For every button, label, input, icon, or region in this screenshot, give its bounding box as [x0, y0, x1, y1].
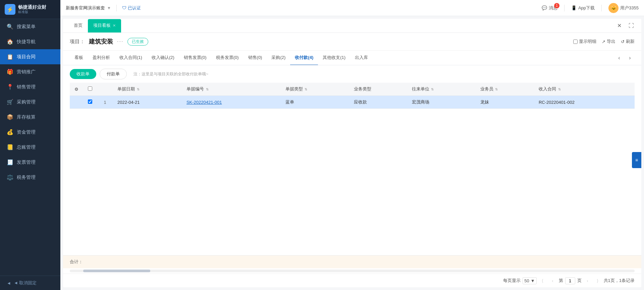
more-options-button[interactable]: ··· — [117, 39, 123, 45]
refresh-button[interactable]: ↺ 刷新 — [621, 39, 635, 45]
show-detail-input[interactable] — [573, 40, 578, 44]
app-download-button[interactable]: 📱 App下载 — [571, 5, 595, 11]
account-name: 新服务官网演示账套 — [66, 5, 105, 11]
sub-tab-receivepay[interactable]: 收付款(4) — [290, 51, 318, 65]
last-page-button[interactable]: ⟩ — [594, 277, 602, 285]
payment-tab-button[interactable]: 付款单 — [100, 69, 127, 79]
table-container: ⚙ 单据日期 ⇅ 单据编号 — [63, 83, 641, 255]
row-checkbox-cell[interactable] — [83, 96, 97, 109]
total-info: 共1页，1条记录 — [604, 278, 635, 284]
index-column-header — [97, 83, 113, 96]
home-icon: 🏠 — [7, 39, 13, 45]
status-badge: 已生效 — [127, 38, 148, 46]
sub-tab-purchase[interactable]: 采购(2) — [267, 51, 290, 65]
maximize-window-button[interactable]: ⛶ — [627, 21, 636, 30]
sidebar-item-label: 采购管理 — [17, 99, 36, 105]
sidebar-item-invoice[interactable]: 🧾 发票管理 — [0, 155, 60, 170]
tab-project-board[interactable]: 项目看板 ✕ — [88, 19, 121, 32]
avatar: 🐱 — [608, 3, 619, 13]
sub-tab-sales[interactable]: 销售(0) — [244, 51, 267, 65]
sub-tabs-next-button[interactable]: › — [625, 53, 635, 63]
export-icon: ↗ — [602, 39, 605, 44]
partner-sort-icon: ⇅ — [431, 87, 434, 91]
number-column-header[interactable]: 单据编号 ⇅ — [182, 83, 281, 96]
sidebar-item-inventory[interactable]: 📦 库存核算 — [0, 110, 60, 125]
app-download-label: App下载 — [578, 5, 595, 11]
sub-tab-income-contract[interactable]: 收入合同(1) — [115, 51, 147, 65]
username: 用户3355 — [620, 5, 639, 11]
row-checkbox[interactable] — [88, 99, 92, 104]
sidebar-item-ledger[interactable]: 📒 总账管理 — [0, 140, 60, 155]
sub-tab-sales-invoice[interactable]: 销售发票(0) — [179, 51, 211, 65]
sidebar-item-marketing[interactable]: 🎁 营销推广 — [0, 64, 60, 79]
row-salesperson: 龙妹 — [476, 96, 535, 109]
checkbox-column-header — [83, 83, 97, 96]
logo-icon: ⚡ — [5, 4, 15, 15]
first-page-button[interactable]: ⟨ — [539, 277, 547, 285]
sidebar-item-tax[interactable]: ⚖️ 税务管理 — [0, 170, 60, 185]
row-index: 1 — [97, 96, 113, 109]
row-number[interactable]: SK-20220421-001 — [182, 96, 281, 109]
sidebar-unpin-button[interactable]: ◄ ◄ 取消固定 — [0, 276, 60, 290]
filter-bar: 收款单 付款单 注：这里是与项目关联的全部收付款单哦~ — [63, 65, 641, 83]
salesperson-column-header[interactable]: 业务员 ⇅ — [476, 83, 535, 96]
date-sort-icon: ⇅ — [137, 87, 140, 91]
income-contract-column-header[interactable]: 收入合同 ⇅ — [535, 83, 635, 96]
sales-icon: 📍 — [7, 84, 13, 90]
sidebar-logo: ⚡ 畅捷通好业财 标准版 — [0, 0, 60, 19]
user-menu[interactable]: 🐱 用户3355 — [608, 3, 639, 13]
close-window-button[interactable]: ✕ — [614, 21, 624, 30]
scrollbar-thumb[interactable] — [83, 270, 150, 272]
message-button[interactable]: 💬 消息 1 — [542, 5, 557, 11]
sub-tabs-prev-button[interactable]: ‹ — [614, 53, 624, 63]
settings-column-header[interactable]: ⚙ — [70, 83, 83, 96]
page-size-select[interactable]: 50 ▼ — [523, 277, 536, 284]
show-detail-checkbox[interactable]: 显示明细 — [573, 39, 596, 45]
page-size-label: 每页显示 — [503, 278, 521, 284]
type-column-header[interactable]: 单据类型 ⇅ — [281, 83, 350, 96]
side-float-button[interactable]: ≡ — [632, 152, 641, 168]
sub-tab-other-income[interactable]: 其他收支(1) — [318, 51, 350, 65]
prev-page-button[interactable]: ‹ — [549, 277, 557, 285]
sub-tab-kanban[interactable]: 看板 — [70, 51, 88, 65]
type-sort-icon: ⇅ — [305, 87, 307, 91]
row-partner: 宏茂商场 — [408, 96, 476, 109]
page-number-input[interactable] — [565, 277, 575, 284]
sidebar-item-label: 库存核算 — [17, 114, 36, 120]
scrollbar-track[interactable] — [70, 270, 635, 272]
date-column-header[interactable]: 单据日期 ⇅ — [113, 83, 182, 96]
next-page-button[interactable]: › — [584, 277, 592, 285]
horizontal-scrollbar[interactable] — [63, 268, 641, 274]
sub-tab-income-confirm[interactable]: 收入确认(2) — [147, 51, 179, 65]
export-button[interactable]: ↗ 导出 — [602, 39, 615, 45]
sidebar-item-quicknav[interactable]: 🏠 快捷导航 — [0, 34, 60, 49]
sidebar-item-label: 快捷导航 — [17, 39, 36, 45]
logo-title: 畅捷通好业财 — [18, 4, 46, 10]
sidebar-item-label: 税务管理 — [17, 174, 36, 180]
account-selector[interactable]: 新服务官网演示账套 ▼ — [66, 5, 111, 11]
row-biz-type: 应收款 — [350, 96, 408, 109]
sidebar-item-search[interactable]: 🔍 搜索菜单 — [0, 19, 60, 34]
receipt-tab-button[interactable]: 收款单 — [70, 69, 96, 79]
tab-close-icon[interactable]: ✕ — [113, 23, 116, 28]
sidebar-item-purchase[interactable]: 🛒 采购管理 — [0, 94, 60, 110]
page-word: 第 — [559, 278, 563, 284]
sub-tab-inout[interactable]: 出入库 — [350, 51, 373, 65]
filter-note: 注：这里是与项目关联的全部收付款单哦~ — [133, 71, 208, 77]
row-date: 2022-04-21 — [113, 96, 182, 109]
sidebar-item-contract[interactable]: 📋 项目合同 — [0, 49, 60, 64]
partner-column-header[interactable]: 往来单位 ⇅ — [408, 83, 476, 96]
data-table: ⚙ 单据日期 ⇅ 单据编号 — [70, 83, 635, 109]
tab-home[interactable]: 首页 — [68, 19, 88, 32]
marketing-icon: 🎁 — [7, 69, 13, 75]
invoice-icon: 🧾 — [7, 159, 13, 165]
salesperson-sort-icon: ⇅ — [495, 87, 498, 91]
select-all-checkbox[interactable] — [88, 86, 92, 91]
message-icon: 💬 — [542, 5, 547, 10]
sidebar-item-sales[interactable]: 📍 销售管理 — [0, 79, 60, 94]
sidebar-item-funds[interactable]: 💰 资金管理 — [0, 125, 60, 140]
shield-icon: 🛡 — [122, 5, 126, 10]
sub-tab-profit[interactable]: 盈利分析 — [88, 51, 115, 65]
sub-tab-tax-invoice[interactable]: 税务发票(0) — [211, 51, 244, 65]
page-word2: 页 — [577, 278, 582, 284]
